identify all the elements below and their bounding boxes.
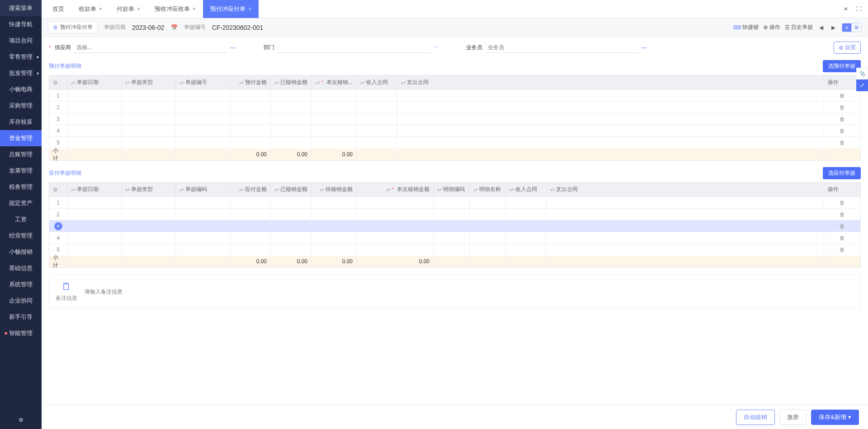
- col2-expense[interactable]: 支出合同: [556, 186, 578, 193]
- sidebar-item-salary[interactable]: 工资: [0, 211, 42, 228]
- close-tab-button[interactable]: ✕: [842, 4, 850, 14]
- prev-icon[interactable]: ◀: [817, 23, 825, 33]
- sort-icon[interactable]: ▴▾: [550, 188, 555, 191]
- col2-detailname[interactable]: 明细名称: [479, 186, 501, 193]
- col2-payable[interactable]: 应付金额: [245, 186, 267, 193]
- plus-icon[interactable]: +: [54, 222, 62, 230]
- gear-icon[interactable]: ⚙: [53, 187, 58, 193]
- remarks-input[interactable]: [85, 281, 854, 302]
- delete-icon[interactable]: 🗑: [840, 235, 845, 241]
- sort-icon[interactable]: ▴▾: [179, 81, 184, 84]
- close-icon[interactable]: ×: [248, 6, 251, 12]
- sidebar-item-ecommerce[interactable]: 小畅电商: [0, 81, 42, 98]
- table-add-row[interactable]: + 🗑: [49, 220, 860, 232]
- col2-date[interactable]: 单据日期: [77, 186, 99, 193]
- delete-icon[interactable]: 🗑: [840, 104, 845, 111]
- tab-payment[interactable]: 付款单×: [109, 0, 147, 18]
- table-row[interactable]: 4 🗑: [49, 232, 860, 244]
- gear-icon[interactable]: ⚙: [53, 79, 58, 86]
- table-row[interactable]: 5 🗑: [49, 137, 860, 149]
- sidebar-item-guide[interactable]: 新手引导: [0, 309, 42, 325]
- col2-pending[interactable]: 待核销金额: [326, 186, 353, 193]
- delete-icon[interactable]: 🗑: [840, 211, 845, 218]
- dept-input[interactable]: [277, 42, 431, 53]
- table-row[interactable]: 1 🗑: [49, 90, 860, 102]
- sidebar-item-quicknav[interactable]: 快捷导航: [0, 16, 42, 33]
- sort-icon[interactable]: ▴▾: [386, 188, 391, 191]
- tab-home[interactable]: 首页: [45, 0, 71, 18]
- sidebar-item-inventory[interactable]: 库存核算: [0, 114, 42, 130]
- fullscreen-icon[interactable]: ⛶: [854, 4, 863, 14]
- sort-icon[interactable]: ▴▾: [274, 188, 279, 191]
- table-row[interactable]: 1 🗑: [49, 197, 860, 209]
- view-list-button[interactable]: ≡: [842, 23, 852, 32]
- table-row[interactable]: 3 🗑: [49, 113, 860, 125]
- sidebar-item-invoice[interactable]: 发票管理: [0, 163, 42, 179]
- select-prepay-button[interactable]: 选预付单据: [823, 60, 861, 72]
- auto-writeoff-button[interactable]: 自动核销: [736, 410, 775, 425]
- col-thiswrite[interactable]: 本次核销...: [326, 79, 353, 86]
- tab-receipt[interactable]: 收款单×: [71, 0, 109, 18]
- sidebar-item-ledger[interactable]: 总账管理: [0, 146, 42, 163]
- sidebar-item-basicinfo[interactable]: 基础信息: [0, 260, 42, 276]
- sidebar-settings-button[interactable]: ⚙: [0, 411, 42, 429]
- col2-detailcode[interactable]: 明细编码: [443, 186, 465, 193]
- sort-icon[interactable]: ▴▾: [473, 188, 478, 191]
- date-value[interactable]: 2023-06-02: [132, 24, 165, 31]
- delete-icon[interactable]: 🗑: [840, 116, 845, 122]
- sales-input[interactable]: [485, 42, 639, 53]
- sort-icon[interactable]: ▴▾: [274, 81, 279, 84]
- delete-icon[interactable]: 🗑: [840, 200, 845, 206]
- col-prepay[interactable]: 预付金额: [245, 79, 267, 86]
- sort-icon[interactable]: ▴▾: [71, 188, 75, 191]
- col2-thiswrite[interactable]: 本次核销金额: [397, 186, 429, 193]
- col2-type[interactable]: 单据类型: [131, 186, 153, 193]
- sidebar-item-system[interactable]: 系统管理: [0, 276, 42, 293]
- sidebar-item-smart[interactable]: 智能管理: [0, 325, 42, 341]
- sidebar-item-fixedasset[interactable]: 固定资产: [0, 195, 42, 211]
- sort-icon[interactable]: ▴▾: [360, 81, 365, 84]
- delete-icon[interactable]: 🗑: [840, 128, 845, 134]
- col2-written[interactable]: 已核销金额: [280, 186, 307, 193]
- table-row[interactable]: 4 🗑: [49, 125, 860, 137]
- tab-prepay-offset[interactable]: 预付冲应付单×: [203, 0, 259, 18]
- tab-prereceive-offset[interactable]: 预收冲应收单×: [147, 0, 203, 18]
- operation-link[interactable]: ⚙操作: [763, 23, 780, 31]
- sort-icon[interactable]: ▴▾: [125, 188, 130, 191]
- sort-icon[interactable]: ▴▾: [71, 81, 75, 84]
- col-expense[interactable]: 支出合同: [407, 79, 429, 86]
- settings-button[interactable]: ⚙ 设置: [834, 42, 861, 54]
- sort-icon[interactable]: ▴▾: [509, 188, 514, 191]
- chevron-down-icon[interactable]: ﹀: [434, 44, 439, 51]
- sort-icon[interactable]: ▴▾: [125, 81, 130, 84]
- delete-icon[interactable]: 🗑: [840, 93, 845, 99]
- sidebar-item-collab[interactable]: 企业协同: [0, 293, 42, 309]
- attachment-button[interactable]: 📎: [856, 68, 868, 79]
- col-type[interactable]: 单据类型: [131, 79, 153, 86]
- more-icon[interactable]: ⋯: [230, 45, 236, 51]
- sidebar-item-reimburse[interactable]: 小畅报销: [0, 244, 42, 260]
- col-date[interactable]: 单据日期: [77, 79, 99, 86]
- col-code[interactable]: 单据编号: [185, 79, 207, 86]
- delete-icon[interactable]: 🗑: [840, 247, 845, 253]
- sort-icon[interactable]: ▴▾: [320, 188, 324, 191]
- view-card-button[interactable]: ⊞: [852, 23, 862, 32]
- calendar-icon[interactable]: 📅: [171, 24, 178, 31]
- close-icon[interactable]: ×: [193, 6, 196, 12]
- save-new-button[interactable]: 保存&新增▾: [811, 410, 859, 425]
- shortcut-link[interactable]: ⌨快捷键: [733, 23, 759, 31]
- sidebar-item-purchase[interactable]: 采购管理: [0, 98, 42, 114]
- history-link[interactable]: ☰历史单据: [785, 23, 813, 31]
- sidebar-item-funds[interactable]: 资金管理: [0, 130, 42, 146]
- expand-button[interactable]: ⤢: [856, 79, 868, 91]
- delete-icon[interactable]: 🗑: [840, 223, 845, 229]
- sidebar-item-tax[interactable]: 税务管理: [0, 179, 42, 195]
- table-row[interactable]: 5 🗑: [49, 244, 860, 256]
- col2-income[interactable]: 收入合同: [515, 186, 537, 193]
- discard-button[interactable]: 放弃: [779, 410, 807, 425]
- close-icon[interactable]: ×: [137, 6, 140, 12]
- supplier-input[interactable]: [74, 42, 227, 53]
- col-written[interactable]: 已核销金额: [280, 79, 307, 86]
- sidebar-item-wholesale[interactable]: 批发管理▾: [0, 65, 42, 81]
- col2-code[interactable]: 单据编码: [185, 186, 207, 193]
